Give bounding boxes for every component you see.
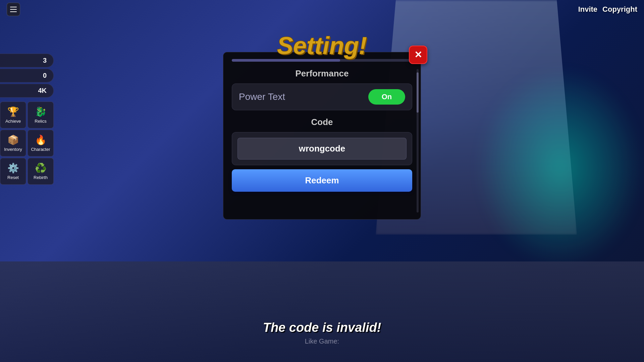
code-input[interactable] — [237, 138, 407, 160]
inventory-icon: 📦 — [7, 134, 19, 145]
sidebar-item-rebirth[interactable]: ♻️ Rebirth — [28, 158, 54, 185]
error-message-wrap: The code is invalid! Like Game: — [223, 320, 421, 345]
rebirth-icon: ♻️ — [35, 163, 47, 174]
error-text: The code is invalid! — [223, 320, 421, 335]
power-text-label: Power Text — [239, 92, 285, 102]
character-icon: 🔥 — [35, 134, 47, 145]
left-sidebar: 3 0 4K 🏆 Achieve 🐉 Relics 📦 Inventory 🔥 … — [0, 54, 54, 185]
copyright-button[interactable]: Copyright — [602, 5, 637, 14]
sidebar-item-reset[interactable]: ⚙️ Reset — [0, 158, 26, 185]
setting-title-wrap: Setting! — [277, 32, 367, 59]
modal-scrollbar-thumb — [417, 72, 419, 113]
reset-icon: ⚙️ — [7, 163, 19, 174]
modal-box: ✕ Performance Power Text On Code Redeem — [223, 52, 421, 220]
modal-progress-fill — [232, 59, 340, 62]
background-ground — [0, 261, 644, 362]
stat-bar-1: 3 — [0, 54, 54, 67]
relics-label: Relics — [35, 119, 46, 124]
stat-bar-2: 0 — [0, 69, 54, 82]
top-right-buttons: Invite Copyright — [578, 5, 637, 14]
background-glow — [476, 67, 644, 268]
menu-line-1 — [10, 7, 17, 7]
sidebar-item-character[interactable]: 🔥 Character — [28, 130, 54, 157]
modal-scrollbar[interactable] — [417, 69, 419, 213]
menu-button[interactable] — [7, 3, 20, 16]
power-text-row: Power Text On — [232, 83, 412, 110]
modal-progress-bar — [232, 59, 412, 62]
character-label: Character — [31, 147, 50, 152]
sidebar-item-relics[interactable]: 🐉 Relics — [28, 102, 54, 128]
code-input-wrap — [232, 132, 412, 165]
redeem-button[interactable]: Redeem — [232, 169, 412, 192]
rebirth-label: Rebirth — [34, 175, 48, 180]
menu-line-2 — [10, 9, 17, 10]
achieve-icon: 🏆 — [7, 106, 19, 117]
top-bar: Invite Copyright — [0, 0, 644, 18]
sidebar-item-inventory[interactable]: 📦 Inventory — [0, 130, 26, 157]
reset-label: Reset — [7, 175, 19, 180]
achieve-label: Achieve — [5, 119, 21, 124]
stat-bar-3: 4K — [0, 84, 54, 98]
code-section: Code Redeem — [232, 117, 412, 192]
performance-header: Performance — [232, 68, 412, 79]
code-header: Code — [232, 117, 412, 127]
sidebar-item-achieve[interactable]: 🏆 Achieve — [0, 102, 26, 128]
relics-icon: 🐉 — [35, 106, 47, 117]
invite-button[interactable]: Invite — [578, 5, 597, 14]
like-game-text: Like Game: — [223, 338, 421, 345]
modal-close-button[interactable]: ✕ — [409, 46, 427, 64]
menu-line-3 — [10, 11, 17, 12]
sidebar-grid: 🏆 Achieve 🐉 Relics 📦 Inventory 🔥 Charact… — [0, 102, 54, 185]
power-text-toggle[interactable]: On — [368, 89, 405, 105]
setting-title: Setting! — [277, 32, 367, 59]
inventory-label: Inventory — [4, 147, 22, 152]
